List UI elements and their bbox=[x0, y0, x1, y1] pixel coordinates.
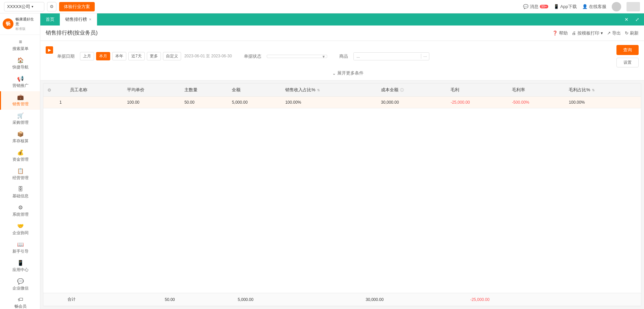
export-btn[interactable]: ↗ 导出 bbox=[607, 30, 621, 36]
goods-input[interactable] bbox=[354, 53, 421, 60]
online-service-btn[interactable]: 👤 在线客服 bbox=[582, 4, 606, 10]
row-employee bbox=[66, 97, 123, 108]
help-icon: ❓ bbox=[552, 31, 558, 36]
tab-home[interactable]: 首页 bbox=[40, 13, 60, 25]
tab-actions: ✕ ⤢ bbox=[622, 15, 644, 23]
tab-sales-ranking[interactable]: 销售排行榜 × bbox=[60, 13, 97, 25]
page-actions: ❓ 帮助 🖨 按模板打印 ▾ ↗ 导出 ↻ 刷新 bbox=[552, 30, 639, 36]
sidebar-item-marketing[interactable]: 📢 营销推广 bbox=[0, 73, 40, 91]
help-btn[interactable]: ❓ 帮助 bbox=[552, 30, 568, 36]
sidebar-item-finance[interactable]: 💰 资金管理 bbox=[0, 147, 40, 165]
export-label: 导出 bbox=[612, 30, 621, 36]
total-amount: 5,000.00 bbox=[234, 293, 329, 306]
basic-info-icon: 🗄 bbox=[18, 186, 23, 192]
goods-label: 商品 bbox=[339, 53, 348, 59]
inventory-icon: 📦 bbox=[17, 131, 24, 137]
date-btn-7days[interactable]: 近7天 bbox=[128, 52, 145, 60]
finance-icon: 💰 bbox=[17, 149, 24, 156]
logo-text: 畅康通好生意 bbox=[15, 17, 37, 27]
date-range: 2023-06-01 至 2023-06-30 bbox=[184, 53, 232, 59]
purchase-label: 采购管理 bbox=[12, 120, 29, 125]
company-selector[interactable]: XXXXX公司 ▾ bbox=[4, 2, 44, 11]
data-table: ⚙ 员工名称 平均单价 主数量 全额 销售收入占比% ⇅ bbox=[43, 84, 641, 108]
sort-icon[interactable]: ⇅ bbox=[317, 88, 320, 92]
app-download-label: App下载 bbox=[560, 4, 577, 10]
marketing-icon: 📢 bbox=[17, 75, 24, 82]
total-cost-amount: 30,000.00 bbox=[362, 293, 466, 306]
tab-bar: 首页 销售排行榜 × ✕ ⤢ bbox=[40, 13, 644, 25]
enterprise-icon: 🤝 bbox=[17, 223, 24, 229]
sidebar-item-member[interactable]: 🏷 畅会员 bbox=[0, 294, 40, 309]
expand-label: 展开更多条件 bbox=[337, 70, 363, 76]
operations-label: 经营管理 bbox=[12, 175, 29, 181]
help-label: 帮助 bbox=[559, 30, 568, 36]
user-name-area bbox=[627, 2, 640, 11]
tab-close-icon[interactable]: × bbox=[89, 17, 91, 22]
enterprise-label: 企业协同 bbox=[12, 230, 29, 236]
avatar[interactable] bbox=[612, 2, 621, 11]
settings-icon[interactable]: ⚙ bbox=[47, 2, 56, 11]
print-label: 按模板打印 bbox=[577, 30, 599, 36]
setting-button[interactable]: 设置 bbox=[616, 58, 639, 67]
sidebar-item-enterprise[interactable]: 🤝 企业协同 bbox=[0, 220, 40, 239]
goods-more-btn[interactable]: ··· bbox=[421, 54, 429, 59]
status-select[interactable]: ▾ bbox=[267, 55, 327, 58]
total-sales-ratio bbox=[329, 293, 361, 306]
sidebar-item-system[interactable]: ⚙ 系统管理 bbox=[0, 202, 40, 220]
total-profit: -25,000.00 bbox=[466, 293, 576, 306]
close-window-btn[interactable]: ✕ bbox=[622, 15, 631, 23]
sales-icon: 💼 bbox=[17, 94, 24, 100]
total-avg-price bbox=[128, 293, 161, 306]
sidebar-item-search-order[interactable]: ≡ 搜索菜单 bbox=[0, 36, 40, 54]
profit-sort-icon[interactable]: ⇅ bbox=[592, 88, 595, 92]
logo-icon: 畅 bbox=[3, 18, 13, 29]
main-layout: 畅 畅康通好生意 标准版 ≡ 搜索菜单 🏠 快捷导航 📢 营销推广 💼 销售管理… bbox=[0, 13, 644, 309]
sidebar-item-app-center[interactable]: 📱 应用中心 bbox=[0, 257, 40, 275]
expand-conditions-btn[interactable]: ⌄ 展开更多条件 bbox=[332, 70, 363, 76]
expand-window-btn[interactable]: ⤢ bbox=[633, 15, 641, 23]
sidebar-item-purchase[interactable]: 🛒 采购管理 bbox=[0, 110, 40, 128]
date-btn-more[interactable]: 更多 bbox=[147, 52, 161, 60]
date-btn-custom[interactable]: 自定义 bbox=[163, 52, 181, 60]
app-icon: 📱 bbox=[554, 4, 559, 9]
th-employee: 员工名称 bbox=[66, 84, 123, 97]
total-profit-ratio bbox=[608, 293, 641, 306]
app-download-btn[interactable]: 📱 App下载 bbox=[554, 4, 577, 10]
filter-arrow-icon[interactable]: ▶ bbox=[46, 46, 53, 54]
date-btn-this-month[interactable]: 本月 bbox=[96, 52, 110, 60]
date-btn-this-year[interactable]: 本年 bbox=[112, 52, 126, 60]
sidebar-item-inventory[interactable]: 📦 库存核算 bbox=[0, 128, 40, 147]
status-chevron-icon: ▾ bbox=[323, 54, 325, 59]
sidebar-item-quick-nav[interactable]: 🏠 快捷导航 bbox=[0, 54, 40, 73]
print-btn[interactable]: 🖨 按模板打印 ▾ bbox=[572, 30, 603, 36]
system-icon: ⚙ bbox=[18, 204, 23, 211]
sidebar: 畅 畅康通好生意 标准版 ≡ 搜索菜单 🏠 快捷导航 📢 营销推广 💼 销售管理… bbox=[0, 13, 40, 309]
cost-info-icon[interactable]: ⓘ bbox=[400, 88, 404, 92]
app-center-icon: 📱 bbox=[17, 260, 24, 266]
message-icon: 💬 bbox=[523, 4, 528, 9]
query-button[interactable]: 查询 bbox=[616, 45, 639, 55]
filter-right: 查询 设置 bbox=[616, 45, 639, 67]
messages-btn[interactable]: 💬 消息 99+ bbox=[523, 4, 548, 10]
filter-area: ▶ 单据日期 上月 本月 本年 近7天 更多 自定义 bbox=[40, 41, 644, 81]
sidebar-item-guide[interactable]: 📖 新手引导 bbox=[0, 239, 40, 257]
column-settings-icon[interactable]: ⚙ bbox=[47, 88, 51, 93]
trial-button[interactable]: 体验行业方案 bbox=[59, 2, 95, 11]
date-label: 单据日期 bbox=[57, 53, 75, 59]
sidebar-item-sales[interactable]: 💼 销售管理 bbox=[0, 91, 40, 110]
th-profit-rate: 毛利率 bbox=[508, 84, 565, 97]
expand-icon: ⌄ bbox=[332, 71, 336, 76]
refresh-btn[interactable]: ↻ 刷新 bbox=[625, 30, 639, 36]
top-bar: XXXXX公司 ▾ ⚙ 体验行业方案 💬 消息 99+ 📱 App下载 👤 在线… bbox=[0, 0, 644, 13]
header-row: ⚙ 员工名称 平均单价 主数量 全额 销售收入占比% ⇅ bbox=[43, 84, 641, 97]
row-amount: 5,000.00 bbox=[228, 97, 281, 108]
date-btn-last-month[interactable]: 上月 bbox=[80, 52, 94, 60]
sidebar-item-basic-info[interactable]: 🗄 基础信息 bbox=[0, 184, 40, 202]
message-label: 消息 bbox=[530, 4, 539, 10]
search-order-icon: ≡ bbox=[19, 39, 22, 45]
sidebar-item-operations[interactable]: 📋 经营管理 bbox=[0, 165, 40, 184]
sidebar-item-wechat[interactable]: 💬 企业微信 bbox=[0, 275, 40, 294]
refresh-label: 刷新 bbox=[630, 30, 639, 36]
member-icon: 🏷 bbox=[18, 297, 23, 303]
page-content: 销售排行榜(按业务员) ❓ 帮助 🖨 按模板打印 ▾ ↗ 导出 bbox=[40, 25, 644, 309]
